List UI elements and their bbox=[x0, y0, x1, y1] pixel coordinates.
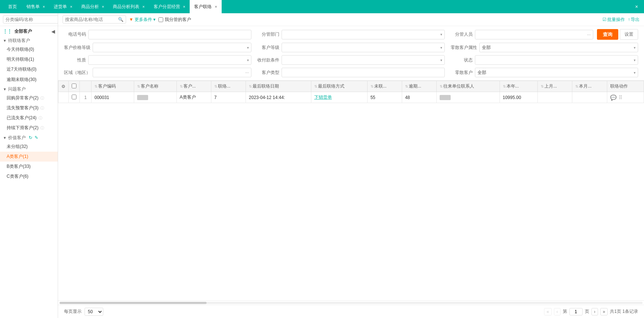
sidebar-group-value[interactable]: ▼ 价值客户 ↻ ✎ bbox=[0, 133, 58, 142]
nav-customer-contact[interactable]: 客户联络 × bbox=[190, 0, 221, 13]
nav-product-analysis-list[interactable]: 商品分析列表 × bbox=[108, 0, 149, 13]
value-edit-icon[interactable]: ✎ bbox=[35, 135, 38, 140]
problem-group-label: 问题客户 bbox=[8, 86, 26, 92]
batch-op-label: 批量操作 bbox=[607, 17, 625, 23]
nav-home[interactable]: 首页 bbox=[3, 0, 22, 13]
nav-customer-contact-close[interactable]: × bbox=[215, 0, 217, 13]
dept-select[interactable]: ▾ bbox=[282, 30, 445, 39]
th-code[interactable]: ⇅客户编码 bbox=[92, 81, 134, 92]
sidebar-collapse-icon[interactable]: ◀ bbox=[51, 29, 55, 34]
close-all-button[interactable]: × bbox=[632, 4, 641, 10]
query-button[interactable]: 查询 bbox=[597, 29, 618, 40]
th-this-month[interactable]: ⇅本月... bbox=[572, 81, 607, 92]
page-size-select[interactable]: 50 100 200 bbox=[85, 308, 103, 316]
scrollbar-thumb[interactable] bbox=[60, 302, 207, 304]
last-method-link[interactable]: 下销货单 bbox=[314, 95, 332, 100]
sidebar-item-tomorrow[interactable]: 明天待联络(1) bbox=[0, 54, 58, 64]
nav-customer-tier-close[interactable]: × bbox=[183, 0, 185, 13]
sidebar-item-churn-warning[interactable]: 流失预警客户(3) ⓘ bbox=[0, 103, 58, 113]
sidebar-item-churned[interactable]: 已流失客户(24) ⓘ bbox=[0, 113, 58, 123]
th-contact[interactable]: ⇅联络... bbox=[211, 81, 246, 92]
manager-input[interactable]: ··· bbox=[475, 30, 593, 39]
retail-attr-select[interactable]: 全部 ▾ bbox=[479, 43, 638, 52]
nav-product-analysis-list-close[interactable]: × bbox=[142, 0, 144, 13]
batch-op-button[interactable]: ☑ 批量操作 bbox=[602, 17, 625, 23]
retail-arrow-icon: ▾ bbox=[634, 71, 636, 75]
price-level-label: 客户价格等级 bbox=[64, 45, 90, 51]
price-level-arrow-icon: ▾ bbox=[247, 46, 249, 50]
row-checkbox[interactable] bbox=[72, 95, 76, 99]
sidebar-group-problem[interactable]: ▼ 问题客户 bbox=[0, 85, 58, 93]
filter-actions: ☑ 批量操作 ↑ 导出 bbox=[602, 17, 640, 23]
th-last-method[interactable]: ⇅最后联络方式 bbox=[311, 81, 367, 92]
horizontal-scrollbar[interactable] bbox=[58, 300, 644, 305]
chat-icon[interactable]: 💬 bbox=[610, 95, 616, 100]
sidebar-group-pending[interactable]: ▼ 待联络客户 bbox=[0, 36, 58, 45]
all-customers-label: ⋮⋮ 全部客户 bbox=[3, 28, 32, 35]
nav-customer-contact-label: 客户联络 bbox=[194, 0, 212, 13]
export-button[interactable]: ↑ 导出 bbox=[628, 17, 640, 23]
nature-select[interactable]: ▾ bbox=[88, 55, 251, 65]
nav-purchase-close[interactable]: × bbox=[70, 0, 72, 13]
first-page-button[interactable]: « bbox=[544, 308, 552, 315]
value-refresh-icon[interactable]: ↻ bbox=[29, 135, 32, 140]
retail-select[interactable]: 全部 ▾ bbox=[475, 68, 638, 77]
more-filters-button[interactable]: ▼ 更多条件 ▾ bbox=[129, 17, 155, 23]
filter-row-region: 区域（地区） ··· bbox=[64, 68, 251, 77]
select-all-checkbox[interactable] bbox=[72, 84, 76, 88]
th-index bbox=[80, 81, 92, 92]
td-level: A类客户 bbox=[176, 92, 211, 103]
phone-input[interactable] bbox=[88, 30, 251, 39]
payment-select[interactable]: ▾ bbox=[282, 55, 445, 65]
main-layout: 🔍 ⋮⋮ 全部客户 ◀ ▼ 待联络客户 今天待联络(0) 明天待联络(1) 近7… bbox=[0, 13, 644, 318]
nav-product-analysis-close[interactable]: × bbox=[102, 0, 104, 13]
nav-sales-close[interactable]: × bbox=[43, 0, 45, 13]
setting-button[interactable]: 设置 bbox=[620, 29, 638, 40]
customer-level-select[interactable]: ▾ bbox=[282, 43, 445, 52]
sidebar-item-a-class[interactable]: A类客户(1) bbox=[0, 152, 58, 162]
page-number-input[interactable] bbox=[569, 308, 583, 315]
price-level-select[interactable]: ▾ bbox=[93, 43, 251, 52]
th-no-contact[interactable]: ⇅未联... bbox=[367, 81, 402, 92]
sidebar-search-input[interactable] bbox=[3, 15, 58, 24]
next-page-button[interactable]: › bbox=[591, 308, 598, 315]
sidebar-item-c-class[interactable]: C类客户(6) bbox=[0, 172, 58, 181]
retail-value: 全部 bbox=[477, 70, 486, 76]
sidebar-item-ungroup[interactable]: 未分组(32) bbox=[0, 142, 58, 152]
th-overdue[interactable]: ⇅逾期... bbox=[402, 81, 436, 92]
filter-search-icon[interactable]: 🔍 bbox=[118, 17, 124, 22]
sidebar-item-overdue[interactable]: 逾期未联络(30) bbox=[0, 75, 58, 85]
last-page-button[interactable]: » bbox=[600, 308, 608, 315]
sidebar-item-b-class[interactable]: B类客户(33) bbox=[0, 162, 58, 172]
td-actions: 💬 ⠿ bbox=[607, 92, 644, 103]
customer-type-input[interactable] bbox=[282, 68, 445, 77]
sidebar-item-declining[interactable]: 持续下滑客户(2) ⓘ bbox=[0, 123, 58, 133]
prev-page-button[interactable]: ‹ bbox=[554, 308, 561, 315]
sidebar-item-7days[interactable]: 近7天待联络(0) bbox=[0, 64, 58, 74]
th-gear[interactable]: ⚙ bbox=[58, 81, 69, 92]
td-this-year: 10995.00 bbox=[500, 92, 538, 103]
td-checkbox[interactable] bbox=[69, 92, 80, 103]
region-input[interactable]: ··· bbox=[93, 68, 251, 77]
th-last-month[interactable]: ⇅上月... bbox=[538, 81, 572, 92]
nav-customer-tier[interactable]: 客户分层经营 × bbox=[149, 0, 190, 13]
customer-table-container: ⚙ ⇅客户编码 ⇅客户名称 ⇅客户... ⇅联络... ⇅最后联络日期 ⇅最后联… bbox=[58, 81, 644, 300]
th-this-year[interactable]: ⇅本年... bbox=[500, 81, 538, 92]
status-select[interactable]: ▾ bbox=[475, 55, 638, 65]
th-name[interactable]: ⇅客户名称 bbox=[134, 81, 176, 92]
sidebar-item-repurchase-abnormal[interactable]: 回购异常客户(2) ⓘ bbox=[0, 93, 58, 103]
th-last-date[interactable]: ⇅最后联络日期 bbox=[246, 81, 311, 92]
qr-icon[interactable]: ⠿ bbox=[619, 95, 622, 100]
nav-product-analysis[interactable]: 商品分析 × bbox=[77, 0, 108, 13]
pending-arrow-icon: ▼ bbox=[3, 39, 7, 43]
nav-sales-label: 销售单 bbox=[26, 0, 40, 13]
th-level[interactable]: ⇅客户... bbox=[176, 81, 211, 92]
value-arrow-icon: ▼ bbox=[3, 136, 7, 140]
nav-sales[interactable]: 销售单 × bbox=[22, 0, 49, 13]
th-checkbox[interactable] bbox=[69, 81, 80, 92]
filter-search-input[interactable] bbox=[65, 17, 117, 22]
nav-purchase[interactable]: 进货单 × bbox=[49, 0, 76, 13]
th-unit-contact[interactable]: ⇅往来单位联系人 bbox=[437, 81, 500, 92]
my-customers-checkbox[interactable] bbox=[158, 17, 163, 22]
sidebar-item-today[interactable]: 今天待联络(0) bbox=[0, 45, 58, 54]
